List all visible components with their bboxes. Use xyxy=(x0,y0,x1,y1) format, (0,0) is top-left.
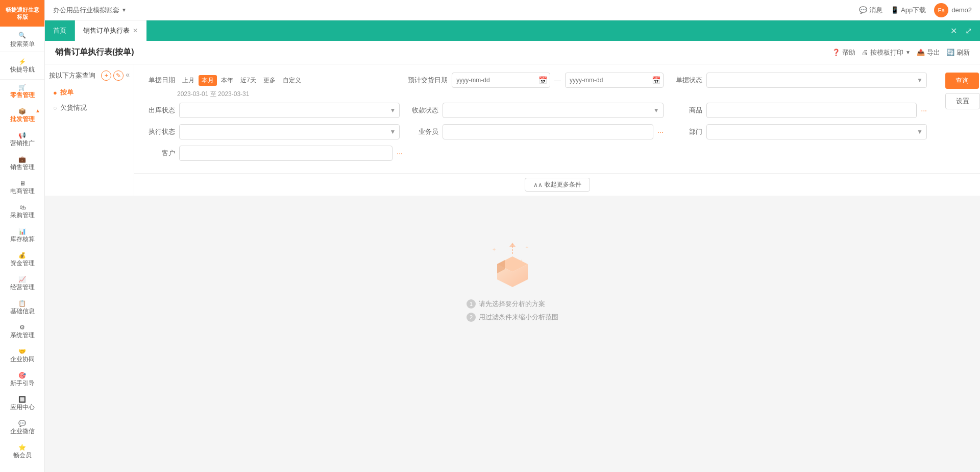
finance-label: 资金管理 xyxy=(10,259,35,268)
collapse-up-icon: ∧∧ xyxy=(533,181,543,188)
filter-scheme-title: 按以下方案查询 xyxy=(49,71,95,80)
export-button[interactable]: 📤 导出 xyxy=(917,48,940,57)
filter-section: 按以下方案查询 + ✎ « ● 按单 ○ 欠货情况 xyxy=(45,64,980,196)
svg-text:✦: ✦ xyxy=(525,245,529,250)
sidebar-item-wholesale[interactable]: 📦 批发管理 ▲ xyxy=(0,104,44,128)
member-icon: ⭐ xyxy=(18,444,26,451)
sidebar: 畅捷通好生意 标版 🔍 搜索菜单 ⚡ 快捷导航 🛒 零售管理 📦 批发管理 ▲ … xyxy=(0,0,45,472)
company-name: 办公用品行业模拟账套 xyxy=(53,6,119,15)
sidebar-item-operations[interactable]: 📈 经营管理 xyxy=(0,272,44,296)
salesperson-more-icon[interactable]: ··· xyxy=(657,128,664,136)
ecommerce-icon: 🖥 xyxy=(19,180,26,187)
sidebar-item-wxwork[interactable]: 💬 企业微信 xyxy=(0,416,44,440)
sidebar-item-newuser[interactable]: 🎯 新手引导 xyxy=(0,368,44,392)
plan-label-欠货情况: 欠货情况 xyxy=(60,103,87,112)
edit-scheme-button[interactable]: ✎ xyxy=(113,70,124,81)
filter-field-out-status: 出库状态 ▼ xyxy=(144,103,400,118)
add-scheme-button[interactable]: + xyxy=(101,70,111,81)
collect-status-select-wrapper: ▼ xyxy=(443,103,663,118)
tab-home[interactable]: 首页 xyxy=(45,20,75,41)
company-selector[interactable]: 办公用品行业模拟账套 ▼ xyxy=(53,6,127,15)
tab-sales-order[interactable]: 销售订单执行表 ✕ xyxy=(75,20,146,41)
help-icon: ❓ xyxy=(832,49,840,56)
refresh-icon: 🔄 xyxy=(946,49,954,56)
collapse-left-button[interactable]: « xyxy=(126,70,130,81)
dept-select-wrapper: ▼ xyxy=(706,124,927,139)
sidebar-item-purchase[interactable]: 🛍 采购管理 xyxy=(0,200,44,224)
salesperson-input[interactable] xyxy=(443,124,653,139)
sidebar-item-sales[interactable]: 💼 销售管理 xyxy=(0,152,44,176)
quick-this-month[interactable]: 本月 xyxy=(199,75,217,86)
filter-field-salesperson: 业务员 ··· xyxy=(408,124,663,139)
sidebar-item-appstore[interactable]: 🔲 应用中心 xyxy=(0,392,44,416)
sidebar-item-ecommerce[interactable]: 🖥 电商管理 xyxy=(0,176,44,200)
inventory-icon: 📊 xyxy=(18,228,26,235)
plan-item-欠货情况[interactable]: ○ 欠货情况 xyxy=(49,100,130,115)
goods-more-icon[interactable]: ··· xyxy=(921,106,927,114)
date-range-display: 2023-03-01 至 2023-03-31 xyxy=(177,90,927,99)
quick-custom[interactable]: 自定义 xyxy=(280,75,304,86)
dept-select[interactable] xyxy=(706,124,927,139)
collapse-more-button[interactable]: ∧∧ 收起更多条件 xyxy=(525,178,590,192)
avatar: Ea xyxy=(934,3,948,17)
search-menu-button[interactable]: 🔍 搜索菜单 xyxy=(2,30,42,51)
plan-item-按单[interactable]: ● 按单 xyxy=(49,85,130,100)
exec-status-select[interactable] xyxy=(179,124,400,139)
query-button[interactable]: 查询 xyxy=(945,73,979,89)
filter-field-goods: 商品 ··· xyxy=(672,103,927,118)
empty-illustration: ✦ ✦ ✦ xyxy=(487,239,538,291)
tip-num-2: 2 xyxy=(467,313,476,322)
expected-date-start[interactable] xyxy=(452,73,550,88)
app-label: App下载 xyxy=(901,6,926,15)
set-button[interactable]: 设置 xyxy=(945,93,980,109)
sidebar-item-marketing[interactable]: 📢 营销推广 xyxy=(0,128,44,152)
main-content: 办公用品行业模拟账套 ▼ 💬 消息 📱 App下载 Ea demo2 首页 销售… xyxy=(45,0,980,472)
filter-right-panel: 单据日期 上月 本月 本年 近7天 更多 自定义 xyxy=(134,64,980,196)
export-icon: 📤 xyxy=(917,49,925,56)
sidebar-item-system[interactable]: ⚙ 系统管理 xyxy=(0,320,44,344)
out-status-select[interactable] xyxy=(179,103,400,118)
out-status-select-wrapper: ▼ xyxy=(179,103,400,118)
message-icon: 💬 xyxy=(859,6,867,14)
filter-row-4: 客户 ··· xyxy=(144,146,927,161)
sidebar-item-finance[interactable]: 💰 资金管理 xyxy=(0,248,44,272)
refresh-button[interactable]: 🔄 刷新 xyxy=(946,48,970,57)
sidebar-item-inventory[interactable]: 📊 库存核算 xyxy=(0,224,44,248)
customer-input[interactable] xyxy=(179,146,393,161)
filter-field-date: 单据日期 上月 本月 本年 近7天 更多 自定义 xyxy=(144,75,400,86)
message-button[interactable]: 💬 消息 xyxy=(859,6,883,15)
date-label: 单据日期 xyxy=(144,76,175,85)
sidebar-item-retail[interactable]: 🛒 零售管理 xyxy=(0,80,44,104)
sidebar-item-member[interactable]: ⭐ 畅会员 xyxy=(0,440,44,464)
system-icon: ⚙ xyxy=(19,324,25,331)
help-button[interactable]: ❓ 帮助 xyxy=(832,48,855,57)
doc-status-select[interactable] xyxy=(706,73,927,88)
quick-this-year[interactable]: 本年 xyxy=(218,75,236,86)
sales-label: 销售管理 xyxy=(10,163,35,172)
member-label: 畅会员 xyxy=(13,451,32,460)
tab-close-icon[interactable]: ✕ xyxy=(133,27,138,34)
quick-more[interactable]: 更多 xyxy=(260,75,279,86)
quick-7days[interactable]: 近7天 xyxy=(237,75,259,86)
dept-label: 部门 xyxy=(672,127,702,136)
sidebar-item-basic[interactable]: 📋 基础信息 xyxy=(0,296,44,320)
quick-last-month[interactable]: 上月 xyxy=(179,75,198,86)
app-download-button[interactable]: 📱 App下载 xyxy=(891,6,926,15)
print-button[interactable]: 🖨 按模板打印 ▼ xyxy=(862,48,911,57)
purchase-icon: 🛍 xyxy=(19,204,26,211)
fullscreen-button[interactable]: ⤢ xyxy=(963,24,974,38)
customer-more-icon[interactable]: ··· xyxy=(397,149,403,157)
close-tab-button[interactable]: ✕ xyxy=(948,24,959,38)
goods-input[interactable] xyxy=(706,103,917,118)
expected-date-end[interactable] xyxy=(565,73,664,88)
sidebar-item-corp[interactable]: 🤝 企业协同 xyxy=(0,344,44,368)
empty-tips: 1 请先选择要分析的方案 2 用过滤条件来缩小分析范围 xyxy=(467,299,558,322)
empty-tip-1: 1 请先选择要分析的方案 xyxy=(467,299,558,309)
username: demo2 xyxy=(951,6,972,14)
dropdown-icon: ▼ xyxy=(121,7,127,13)
user-profile[interactable]: Ea demo2 xyxy=(934,3,972,17)
help-label: 帮助 xyxy=(842,48,855,57)
date-range-text: 2023-03-01 至 2023-03-31 xyxy=(177,90,249,98)
collect-status-select[interactable] xyxy=(443,103,663,118)
quick-nav-item[interactable]: ⚡ 快捷导航 xyxy=(0,54,44,78)
